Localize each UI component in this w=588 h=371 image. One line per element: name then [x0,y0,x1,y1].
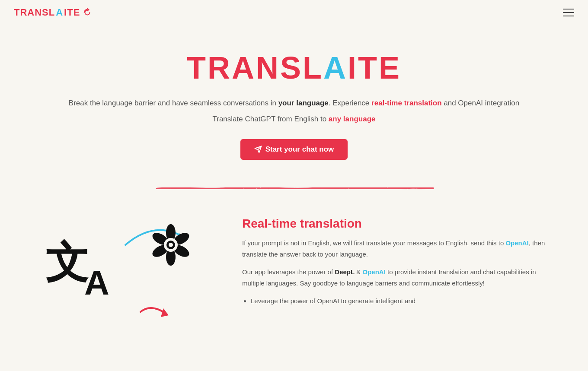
hero-title: TRANSLAITE [9,51,579,85]
start-chat-button[interactable]: Start your chat now [240,139,348,160]
send-icon [254,146,262,153]
logo-ite: ITE [64,7,80,18]
hamburger-line-1 [563,9,574,10]
svg-text:文: 文 [45,238,89,286]
feature-p2-middle: & [355,268,362,276]
hamburger-line-3 [563,16,574,16]
openai-logo-icon [143,217,199,275]
openai-link-1[interactable]: OpenAI [505,239,528,247]
logo-a: A [56,7,63,18]
hero-section: TRANSLAITE Break the language barrier an… [0,25,588,177]
translate-icon: 文 A [43,225,125,310]
hero-subtitle-part3: and OpenAI integration [442,99,520,107]
hero-subtitle-highlight2: real-time translation [371,99,442,107]
hero-title-a: A [323,51,348,85]
hero-tagline-part1: Translate ChatGPT from English to [213,115,329,123]
navbar: TRANSLAITE [0,0,588,25]
feature-heading: Real-time translation [242,217,553,231]
svg-point-11 [169,243,173,247]
features-section: 文 A [0,204,588,342]
hamburger-menu[interactable] [563,9,574,16]
svg-marker-12 [161,308,169,317]
hero-tagline: Translate ChatGPT from English to any la… [9,115,579,124]
openai-link-2[interactable]: OpenAI [362,268,385,276]
logo-transl: TRANSL [14,7,55,18]
hero-subtitle: Break the language barrier and have seam… [9,97,579,110]
brush-stroke-svg [130,186,458,191]
hero-title-ite: ITE [348,51,401,85]
feature-text: Real-time translation If your prompt is … [242,212,553,307]
red-arrow-icon [138,299,173,325]
hero-title-transl: TRANSL [187,51,323,85]
feature-list-item-1: Leverage the power of OpenAI to generate… [251,295,553,307]
hero-subtitle-highlight1: your language [278,99,329,107]
nav-logo: TRANSLAITE [14,7,92,18]
feature-paragraph-1: If your prompt is not in English, we wil… [242,238,553,260]
hero-subtitle-part1: Break the language barrier and have seam… [69,99,278,107]
deepl-link[interactable]: DeepL [335,268,355,276]
feature-paragraph-2: Our app leverages the power of DeepL & O… [242,266,553,289]
hero-tagline-highlight: any language [329,115,376,123]
feature-p2-part1: Our app leverages the power of [242,268,335,276]
divider [0,177,588,204]
logo-refresh-icon [83,8,92,17]
svg-text:A: A [84,263,109,302]
hamburger-line-2 [563,12,574,13]
cta-label: Start your chat now [265,145,334,154]
hero-subtitle-part2: . Experience [329,99,371,107]
feature-p1-part1: If your prompt is not in English, we wil… [242,239,505,247]
feature-illustration: 文 A [35,212,216,325]
feature-list: Leverage the power of OpenAI to generate… [242,295,553,307]
